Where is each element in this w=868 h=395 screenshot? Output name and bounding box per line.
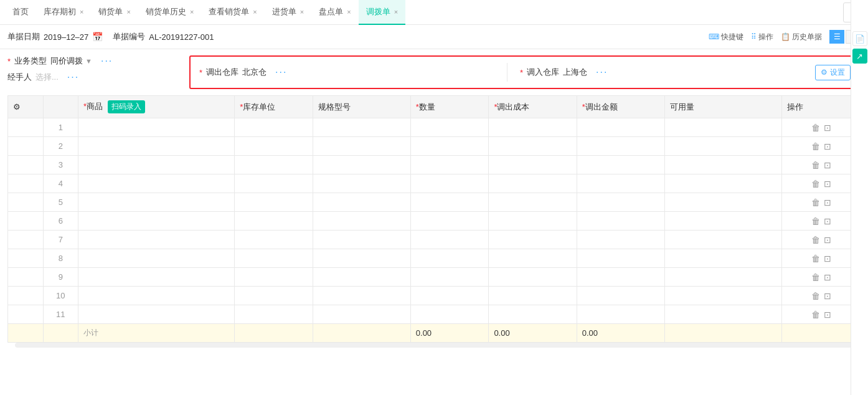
table-cell-unit-6[interactable] <box>235 212 313 231</box>
table-cell-qty-1[interactable] <box>410 118 489 137</box>
scan-enter-button[interactable]: 扫码录入 <box>108 100 145 113</box>
copy-icon-2[interactable]: ⊡ <box>824 141 831 151</box>
table-cell-amount-11[interactable] <box>577 305 664 324</box>
table-cell-product-10[interactable] <box>78 287 235 305</box>
transfer-out-dots[interactable]: ··· <box>275 67 287 78</box>
table-cell-cost-6[interactable] <box>489 212 577 231</box>
table-cell-product-8[interactable] <box>78 249 235 268</box>
table-cell-product-6[interactable] <box>78 212 235 231</box>
table-cell-cost-11[interactable] <box>489 305 577 324</box>
business-type-dots[interactable]: ··· <box>101 55 113 67</box>
sidebar-expand-button[interactable]: ↗ <box>852 49 867 64</box>
table-cell-unit-7[interactable] <box>235 231 313 249</box>
copy-icon-1[interactable]: ⊡ <box>824 123 831 133</box>
copy-icon-8[interactable]: ⊡ <box>824 254 831 264</box>
table-cell-cost-2[interactable] <box>489 137 577 156</box>
delete-icon-11[interactable]: 🗑 <box>811 310 820 320</box>
table-cell-amount-3[interactable] <box>577 156 664 174</box>
tab-close-sales-order[interactable]: × <box>126 8 130 16</box>
table-settings-icon[interactable]: ⚙ <box>13 102 21 112</box>
delete-icon-6[interactable]: 🗑 <box>811 216 820 226</box>
table-cell-amount-4[interactable] <box>577 174 664 193</box>
table-cell-cost-8[interactable] <box>489 249 577 268</box>
shortcuts-button[interactable]: ⌨ 快捷键 <box>709 32 743 42</box>
delete-icon-9[interactable]: 🗑 <box>811 272 820 282</box>
table-cell-amount-7[interactable] <box>577 231 664 249</box>
copy-icon-6[interactable]: ⊡ <box>824 216 831 226</box>
copy-icon-3[interactable]: ⊡ <box>824 160 831 170</box>
table-cell-unit-11[interactable] <box>235 305 313 324</box>
sidebar-notes-button[interactable]: 📄 <box>852 31 867 46</box>
copy-icon-5[interactable]: ⊡ <box>824 198 831 207</box>
delete-icon-3[interactable]: 🗑 <box>811 160 820 170</box>
copy-icon-7[interactable]: ⊡ <box>824 235 831 245</box>
table-cell-amount-8[interactable] <box>577 249 664 268</box>
table-cell-spec-10[interactable] <box>313 287 410 305</box>
table-cell-cost-4[interactable] <box>489 174 577 193</box>
table-cell-cost-9[interactable] <box>489 268 577 287</box>
delete-icon-1[interactable]: 🗑 <box>811 123 820 133</box>
table-scroll-area[interactable]: ⚙ *商品 扫码录入 *库存单位 规格型号 *数量 *调出成本 *调出金额 可用… <box>7 95 861 343</box>
table-cell-spec-1[interactable] <box>313 118 410 137</box>
table-cell-qty-5[interactable] <box>410 193 489 212</box>
delete-icon-4[interactable]: 🗑 <box>811 179 820 189</box>
tab-home[interactable]: 首页 <box>5 0 36 25</box>
delete-icon-2[interactable]: 🗑 <box>811 141 820 151</box>
table-cell-unit-8[interactable] <box>235 249 313 268</box>
settings-button[interactable]: ⚙ 设置 <box>815 65 851 80</box>
table-cell-unit-9[interactable] <box>235 268 313 287</box>
table-cell-spec-3[interactable] <box>313 156 410 174</box>
tab-sales-history[interactable]: 销货单历史 × <box>138 0 201 25</box>
table-cell-spec-4[interactable] <box>313 174 410 193</box>
delete-icon-8[interactable]: 🗑 <box>811 254 820 264</box>
copy-icon-9[interactable]: ⊡ <box>824 272 831 282</box>
transfer-in-dots[interactable]: ··· <box>596 67 608 78</box>
table-cell-spec-7[interactable] <box>313 231 410 249</box>
table-cell-qty-2[interactable] <box>410 137 489 156</box>
tab-inventory[interactable]: 盘点单 × <box>311 0 358 25</box>
horizontal-scrollbar[interactable] <box>15 343 853 348</box>
table-cell-product-3[interactable] <box>78 156 235 174</box>
tab-close-inventory-init[interactable]: × <box>80 8 83 16</box>
table-cell-qty-11[interactable] <box>410 305 489 324</box>
copy-icon-4[interactable]: ⊡ <box>824 179 831 189</box>
delete-icon-5[interactable]: 🗑 <box>811 198 820 207</box>
table-cell-qty-8[interactable] <box>410 249 489 268</box>
table-cell-spec-8[interactable] <box>313 249 410 268</box>
operations-button[interactable]: ⠿ 操作 <box>751 32 773 42</box>
table-cell-qty-9[interactable] <box>410 268 489 287</box>
table-cell-product-5[interactable] <box>78 193 235 212</box>
view-list-button[interactable]: ☰ <box>829 30 844 44</box>
tab-close-view-sales[interactable]: × <box>253 8 257 16</box>
table-cell-spec-6[interactable] <box>313 212 410 231</box>
tab-inventory-init[interactable]: 库存期初 × <box>36 0 91 25</box>
table-cell-amount-6[interactable] <box>577 212 664 231</box>
table-cell-product-9[interactable] <box>78 268 235 287</box>
table-cell-qty-6[interactable] <box>410 212 489 231</box>
table-cell-qty-3[interactable] <box>410 156 489 174</box>
table-cell-product-11[interactable] <box>78 305 235 324</box>
handler-select[interactable]: 选择... <box>35 72 59 83</box>
table-cell-amount-2[interactable] <box>577 137 664 156</box>
table-cell-unit-1[interactable] <box>235 118 313 137</box>
table-cell-product-7[interactable] <box>78 231 235 249</box>
history-button[interactable]: 📋 历史单据 <box>781 32 822 42</box>
table-cell-cost-3[interactable] <box>489 156 577 174</box>
table-cell-product-2[interactable] <box>78 137 235 156</box>
table-cell-amount-9[interactable] <box>577 268 664 287</box>
tab-purchase[interactable]: 进货单 × <box>265 0 311 25</box>
copy-icon-10[interactable]: ⊡ <box>824 291 831 301</box>
delete-icon-10[interactable]: 🗑 <box>811 291 820 301</box>
table-cell-spec-9[interactable] <box>313 268 410 287</box>
table-cell-unit-3[interactable] <box>235 156 313 174</box>
table-cell-spec-5[interactable] <box>313 193 410 212</box>
table-cell-qty-4[interactable] <box>410 174 489 193</box>
tab-view-sales[interactable]: 查看销货单 × <box>201 0 264 25</box>
table-cell-cost-1[interactable] <box>489 118 577 137</box>
table-cell-qty-10[interactable] <box>410 287 489 305</box>
table-cell-amount-5[interactable] <box>577 193 664 212</box>
table-cell-unit-5[interactable] <box>235 193 313 212</box>
table-cell-qty-7[interactable] <box>410 231 489 249</box>
tab-close-purchase[interactable]: × <box>300 8 304 16</box>
table-cell-product-1[interactable] <box>78 118 235 137</box>
